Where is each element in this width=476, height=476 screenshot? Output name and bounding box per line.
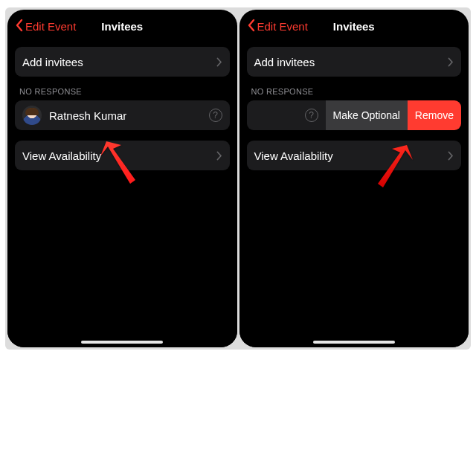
view-availability-label: View Availability <box>254 149 333 162</box>
add-invitees-label: Add invitees <box>254 56 315 68</box>
chevron-right-icon <box>216 151 222 161</box>
invitee-row[interactable]: Ratnesh Kumar ? <box>15 100 230 130</box>
remove-button[interactable]: Remove <box>408 100 461 130</box>
invitee-row-swiped[interactable]: ? Make Optional Remove <box>247 100 462 130</box>
avatar <box>22 106 42 125</box>
help-icon[interactable]: ? <box>305 109 318 122</box>
back-label: Edit Event <box>25 20 76 33</box>
home-indicator <box>313 341 395 344</box>
no-response-header: NO RESPONSE <box>247 87 462 100</box>
make-optional-button[interactable]: Make Optional <box>326 100 408 130</box>
add-invitees-label: Add invitees <box>22 56 83 68</box>
back-label: Edit Event <box>257 20 308 33</box>
navbar: Edit Event Invitees <box>239 10 469 42</box>
help-icon[interactable]: ? <box>209 109 222 122</box>
home-indicator <box>81 341 163 344</box>
remove-label: Remove <box>415 109 454 121</box>
invitee-row-remainder[interactable]: ? <box>247 100 326 130</box>
back-button[interactable]: Edit Event <box>247 10 308 42</box>
invitee-name: Ratnesh Kumar <box>49 109 126 122</box>
chevron-right-icon <box>448 151 454 161</box>
add-invitees-cell[interactable]: Add invitees <box>247 47 462 77</box>
phone-right: Edit Event Invitees Add invitees NO RESP… <box>239 10 469 347</box>
content: Add invitees NO RESPONSE ? Make Optional <box>239 42 469 347</box>
chevron-left-icon <box>247 19 257 34</box>
chevron-left-icon <box>15 19 25 34</box>
phone-left: Edit Event Invitees Add invitees NO RESP… <box>7 10 237 347</box>
screenshot-pair: Edit Event Invitees Add invitees NO RESP… <box>5 7 471 350</box>
back-button[interactable]: Edit Event <box>15 10 76 42</box>
view-availability-cell[interactable]: View Availability <box>247 141 462 170</box>
chevron-right-icon <box>216 57 222 67</box>
page-title: Invitees <box>101 20 143 33</box>
navbar: Edit Event Invitees <box>7 10 237 42</box>
view-availability-cell[interactable]: View Availability <box>15 141 230 170</box>
content: Add invitees NO RESPONSE Ratnesh Kumar ?… <box>7 42 237 347</box>
page-title: Invitees <box>333 20 375 33</box>
chevron-right-icon <box>448 57 454 67</box>
view-availability-label: View Availability <box>22 149 101 162</box>
add-invitees-cell[interactable]: Add invitees <box>15 47 230 77</box>
make-optional-label: Make Optional <box>333 109 400 121</box>
no-response-header: NO RESPONSE <box>15 87 230 100</box>
